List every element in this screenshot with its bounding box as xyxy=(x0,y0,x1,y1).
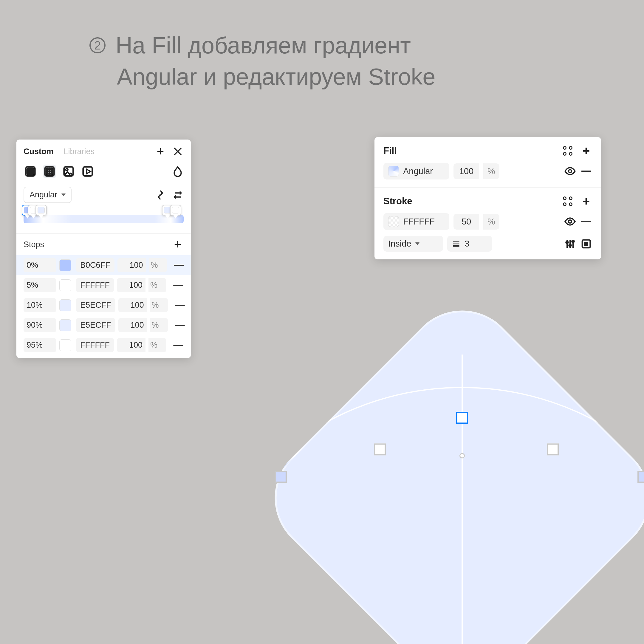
gradient-handle[interactable] xyxy=(547,443,559,455)
stop-position-input[interactable]: 90% xyxy=(24,318,56,332)
image-fill-icon[interactable] xyxy=(62,165,75,178)
stop-hex-input[interactable]: B0C6FF xyxy=(76,258,114,272)
rotate-gradient-icon[interactable] xyxy=(154,189,166,201)
blend-mode-icon[interactable] xyxy=(172,165,184,177)
stop-position-input[interactable]: 95% xyxy=(24,338,56,352)
stop-position-input[interactable]: 5% xyxy=(24,278,56,292)
stroke-color-pill[interactable]: FFFFFF xyxy=(383,213,449,230)
remove-stop-icon[interactable] xyxy=(171,305,189,306)
stop-row[interactable]: 90%E5ECFF100% xyxy=(16,315,191,335)
stop-opacity-input[interactable]: 100 xyxy=(117,278,145,292)
remove-stop-icon[interactable] xyxy=(171,325,189,326)
gradient-slider[interactable] xyxy=(24,215,184,223)
stop-row[interactable]: 95%FFFFFF100% xyxy=(16,335,191,355)
stroke-title: Stroke xyxy=(383,196,412,207)
gradient-handle[interactable] xyxy=(456,412,468,424)
svg-point-11 xyxy=(51,173,52,174)
remove-stop-icon[interactable] xyxy=(169,345,187,346)
fill-swatch xyxy=(388,166,399,177)
fill-type-value: Angular xyxy=(403,166,433,176)
add-fill-icon[interactable]: + xyxy=(154,145,166,157)
stop-row[interactable]: 10%E5ECFF100% xyxy=(16,295,191,315)
stop-swatch[interactable] xyxy=(59,339,71,351)
stop-hex-input[interactable]: E5ECFF xyxy=(76,298,115,312)
stroke-opacity-input[interactable]: 50 xyxy=(453,214,479,230)
svg-point-3 xyxy=(47,168,48,170)
stroke-weight-input[interactable]: 3 xyxy=(447,236,492,252)
stroke-visibility-icon[interactable] xyxy=(564,216,576,227)
stop-row[interactable]: 0%B0C6FF100% xyxy=(16,255,191,275)
stop-swatch[interactable] xyxy=(59,259,71,271)
fill-opacity-input[interactable]: 100 xyxy=(453,163,479,179)
svg-point-5 xyxy=(51,168,52,170)
gradient-stop-handle[interactable] xyxy=(35,205,47,216)
stroke-weight-value: 3 xyxy=(465,239,469,249)
stop-opacity-input[interactable]: 100 xyxy=(118,318,147,332)
heading: 2 На Fill добавляем градиент Angular и р… xyxy=(89,30,436,93)
stop-hex-input[interactable]: FFFFFF xyxy=(76,278,114,292)
video-fill-icon[interactable] xyxy=(81,165,95,178)
svg-point-6 xyxy=(47,171,48,172)
stroke-hex-value: FFFFFF xyxy=(403,217,435,227)
stop-hex-input[interactable]: E5ECFF xyxy=(76,318,115,332)
stop-position-input[interactable]: 10% xyxy=(24,298,56,312)
stroke-position-dropdown[interactable]: Inside xyxy=(383,236,443,252)
styles-icon[interactable] xyxy=(562,145,574,157)
stop-position-input[interactable]: 0% xyxy=(24,258,56,272)
remove-stop-icon[interactable] xyxy=(169,285,187,286)
stop-swatch[interactable] xyxy=(59,319,71,331)
svg-point-4 xyxy=(49,168,50,170)
fill-section: Fill + Angular 100 % xyxy=(374,137,601,187)
svg-point-7 xyxy=(49,171,50,172)
stop-opacity-input[interactable]: 100 xyxy=(117,258,146,272)
stroke-position-value: Inside xyxy=(388,239,411,249)
chevron-down-icon xyxy=(415,242,419,245)
fill-visibility-icon[interactable] xyxy=(564,165,576,177)
stroke-weight-icon xyxy=(452,240,460,248)
svg-point-16 xyxy=(569,220,572,223)
stop-opacity-unit: % xyxy=(149,258,167,272)
remove-fill-icon[interactable] xyxy=(580,165,592,177)
stop-swatch[interactable] xyxy=(59,279,71,291)
stop-hex-input[interactable]: FFFFFF xyxy=(76,338,114,352)
stroke-styles-icon[interactable] xyxy=(562,195,574,207)
add-stroke-button[interactable]: + xyxy=(580,195,592,207)
color-panel: Custom Libraries + Angular xyxy=(16,140,191,358)
svg-rect-21 xyxy=(584,242,588,246)
fill-title: Fill xyxy=(383,145,397,156)
flip-gradient-icon[interactable] xyxy=(172,189,184,201)
tab-custom[interactable]: Custom xyxy=(24,147,54,156)
gradient-type-dropdown[interactable]: Angular xyxy=(24,187,72,203)
gradient-fill-icon[interactable] xyxy=(43,165,56,178)
svg-point-13 xyxy=(66,168,68,171)
add-stop-icon[interactable]: + xyxy=(172,239,184,250)
close-icon[interactable] xyxy=(172,145,184,157)
stroke-swatch xyxy=(388,216,399,227)
gradient-stop-handle[interactable] xyxy=(170,205,181,216)
heading-line-1: На Fill добавляем градиент xyxy=(116,32,411,58)
stroke-per-side-icon[interactable] xyxy=(564,238,576,250)
gradient-handle[interactable] xyxy=(637,471,644,483)
add-fill-button[interactable]: + xyxy=(580,145,592,157)
stop-swatch[interactable] xyxy=(59,299,71,311)
stop-opacity-unit: % xyxy=(150,298,168,312)
chevron-down-icon xyxy=(61,193,66,196)
stop-row[interactable]: 5%FFFFFF100% xyxy=(16,275,191,295)
stop-opacity-unit: % xyxy=(148,338,166,352)
fill-type-pill[interactable]: Angular xyxy=(383,163,449,179)
gradient-handle[interactable] xyxy=(374,443,386,455)
stop-opacity-unit: % xyxy=(150,318,168,332)
stop-opacity-input[interactable]: 100 xyxy=(117,338,145,352)
stroke-advanced-icon[interactable] xyxy=(580,238,592,250)
tab-libraries[interactable]: Libraries xyxy=(64,147,95,156)
stroke-section: Stroke + FFFFFF 50 % Inside xyxy=(374,187,601,259)
stop-opacity-input[interactable]: 100 xyxy=(118,298,147,312)
remove-stroke-icon[interactable] xyxy=(580,216,592,227)
gradient-handle[interactable] xyxy=(275,471,287,483)
canvas-shape[interactable] xyxy=(251,287,644,644)
svg-point-9 xyxy=(47,173,48,174)
solid-fill-icon[interactable] xyxy=(24,165,37,178)
svg-point-15 xyxy=(569,170,572,173)
remove-stop-icon[interactable] xyxy=(170,265,188,266)
stops-label: Stops xyxy=(24,240,44,249)
